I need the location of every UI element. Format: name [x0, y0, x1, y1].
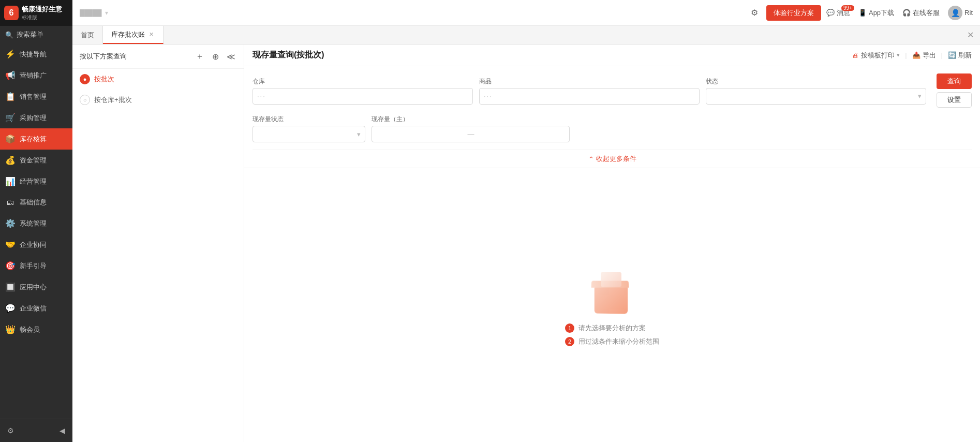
- step-2-text: 用过滤条件来缩小分析范围: [578, 337, 659, 346]
- phone-icon: 📱: [858, 9, 867, 17]
- refresh-btn[interactable]: 🔄 刷新: [948, 51, 972, 60]
- step-1-num: 1: [565, 323, 574, 333]
- sidebar-icon-inventory: 📦: [5, 134, 16, 144]
- message-badge: 99+: [841, 5, 854, 11]
- warehouse-dots: ···: [257, 92, 266, 100]
- page-title: 现存量查询(按批次): [253, 50, 324, 61]
- tab-close-main[interactable]: ✕: [961, 26, 980, 44]
- qty-to-input[interactable]: [478, 130, 565, 138]
- collapse-filter-btn[interactable]: ⌃ 收起更多条件: [253, 150, 972, 168]
- filter-row-1: 仓库 ··· 商品 ··· 状态 ▾: [253, 73, 972, 108]
- query-btn[interactable]: 查询: [937, 73, 972, 89]
- sidebar-label-basic: 基础信息: [20, 198, 47, 207]
- sidebar-item-quick-nav[interactable]: ⚡ 快捷导航: [0, 43, 72, 65]
- tab-home-label: 首页: [81, 31, 94, 40]
- sidebar-item-system[interactable]: ⚙️ 系统管理: [0, 213, 72, 234]
- sidebar-icon-finance: 💰: [5, 155, 16, 165]
- filter-row-2: 现存量状态 ▾ 现存量（主） —: [253, 115, 972, 142]
- sidebar-item-marketing[interactable]: 📢 营销推广: [0, 65, 72, 86]
- status-arrow: ▾: [918, 92, 922, 100]
- sidebar-item-sales[interactable]: 📋 销售管理: [0, 86, 72, 107]
- inventory-status-select[interactable]: ▾: [253, 126, 365, 142]
- print-icon: 🖨: [852, 51, 859, 59]
- message-icon: 💬: [826, 9, 835, 17]
- settings-btn[interactable]: 设置: [937, 92, 972, 108]
- sidebar-item-guide[interactable]: 🎯 新手引导: [0, 255, 72, 276]
- sidebar-label-marketing: 营销推广: [20, 71, 47, 80]
- sidebar-label-wechat: 企业微信: [20, 304, 47, 313]
- step-1-text: 请先选择要分析的方案: [578, 323, 646, 333]
- demo-btn[interactable]: 体验行业方案: [766, 5, 821, 21]
- app-download-btn[interactable]: 📱 App下载: [858, 8, 894, 18]
- sidebar-item-operations[interactable]: 📊 经营管理: [0, 171, 72, 192]
- sidebar-item-finance[interactable]: 💰 资金管理: [0, 150, 72, 171]
- status-input[interactable]: ▾: [706, 88, 926, 105]
- sidebar-icon-purchase: 🛒: [5, 113, 16, 123]
- empty-step-1: 1 请先选择要分析的方案: [565, 323, 659, 333]
- breadcrumb-arrow: ▾: [105, 9, 108, 17]
- range-dash: —: [467, 130, 474, 138]
- scheme-item-warehouse-batch[interactable]: ○ 按仓库+批次: [72, 90, 244, 110]
- footer-settings-btn[interactable]: ⚙: [5, 424, 16, 437]
- topbar: █████ ▾ ⚙ 体验行业方案 💬 消息 99+ 📱 App下载 🎧 在线客服…: [72, 0, 980, 26]
- warehouse-input[interactable]: ···: [253, 88, 473, 105]
- sidebar-search[interactable]: 🔍 搜索菜单: [0, 26, 72, 43]
- breadcrumb-text: █████: [80, 9, 102, 17]
- warehouse-label: 仓库: [253, 77, 473, 86]
- collapse-panel-btn[interactable]: ≪: [225, 51, 236, 62]
- schemes-list: ● 按批次○ 按仓库+批次: [72, 69, 244, 110]
- print-template-btn[interactable]: 🖨 按模板打印 ▾: [852, 51, 900, 60]
- scheme-icon-batch: ●: [80, 74, 90, 84]
- main-area: █████ ▾ ⚙ 体验行业方案 💬 消息 99+ 📱 App下载 🎧 在线客服…: [72, 0, 980, 442]
- current-qty-filter: 现存量（主） —: [372, 115, 570, 142]
- tab-close-btn[interactable]: ✕: [148, 31, 155, 38]
- brand-version: 标准版: [22, 14, 62, 21]
- user-btn[interactable]: 👤 Rit: [948, 6, 973, 20]
- print-dropdown-icon: ▾: [897, 52, 900, 58]
- status-label: 状态: [706, 77, 926, 86]
- product-input[interactable]: ···: [479, 88, 700, 105]
- footer-collapse-btn[interactable]: ◀: [57, 424, 67, 437]
- empty-steps: 1 请先选择要分析的方案 2 用过滤条件来缩小分析范围: [565, 323, 659, 346]
- export-icon: 📤: [912, 51, 920, 59]
- online-service-label: 在线客服: [913, 8, 940, 18]
- sidebar-icon-enterprise: 🤝: [5, 240, 16, 249]
- sidebar-item-enterprise[interactable]: 🤝 企业协同: [0, 234, 72, 255]
- tab-home[interactable]: 首页: [72, 26, 103, 44]
- sep1: |: [905, 51, 907, 59]
- sidebar-icon-marketing: 📢: [5, 70, 16, 80]
- sidebar-icon-operations: 📊: [5, 176, 16, 186]
- sidebar-label-member: 畅会员: [20, 325, 40, 334]
- sidebar-item-wechat[interactable]: 💬 企业微信: [0, 298, 72, 319]
- sidebar-item-app-center[interactable]: 🔲 应用中心: [0, 276, 72, 298]
- collapse-icon: ⌃: [588, 155, 594, 163]
- empty-state: 1 请先选择要分析的方案 2 用过滤条件来缩小分析范围: [244, 168, 980, 442]
- sidebar-item-member[interactable]: 👑 畅会员: [0, 319, 72, 340]
- sidebar-label-quick-nav: 快捷导航: [20, 50, 47, 59]
- sidebar-icon-member: 👑: [5, 325, 16, 334]
- left-panel: 按以下方案查询 ＋ ⊕ ≪ ● 按批次○ 按仓库+批次: [72, 45, 244, 442]
- tab-batch-account[interactable]: 库存批次账 ✕: [103, 26, 164, 44]
- messages-btn[interactable]: 💬 消息 99+: [826, 8, 850, 18]
- product-dots: ···: [484, 92, 493, 100]
- filter-bar: 仓库 ··· 商品 ··· 状态 ▾: [244, 66, 980, 168]
- refresh-icon: 🔄: [948, 51, 956, 59]
- empty-illustration: [586, 264, 638, 316]
- topbar-settings-icon[interactable]: ⚙: [751, 8, 758, 18]
- qty-from-input[interactable]: [376, 130, 463, 138]
- export-btn[interactable]: 📤 导出: [912, 51, 936, 60]
- sidebar-item-purchase[interactable]: 🛒 采购管理: [0, 107, 72, 128]
- sidebar-item-inventory[interactable]: 📦 库存核算: [0, 128, 72, 150]
- online-service-btn[interactable]: 🎧 在线客服: [902, 8, 940, 18]
- sidebar-label-inventory: 库存核算: [20, 135, 47, 144]
- tabbar: 首页 库存批次账 ✕ ✕: [72, 26, 980, 45]
- scheme-item-batch[interactable]: ● 按批次: [72, 69, 244, 90]
- breadcrumb: █████ ▾: [80, 9, 746, 17]
- tab-batch-label: 库存批次账: [111, 30, 145, 39]
- headphone-icon: 🎧: [902, 9, 911, 17]
- scheme-settings-btn[interactable]: ⊕: [210, 51, 221, 62]
- content-area: 按以下方案查询 ＋ ⊕ ≪ ● 按批次○ 按仓库+批次 现存量查询(按批次) 🖨…: [72, 45, 980, 442]
- sidebar-item-basic[interactable]: 🗂 基础信息: [0, 192, 72, 213]
- add-scheme-btn[interactable]: ＋: [194, 51, 205, 62]
- product-label: 商品: [479, 77, 700, 86]
